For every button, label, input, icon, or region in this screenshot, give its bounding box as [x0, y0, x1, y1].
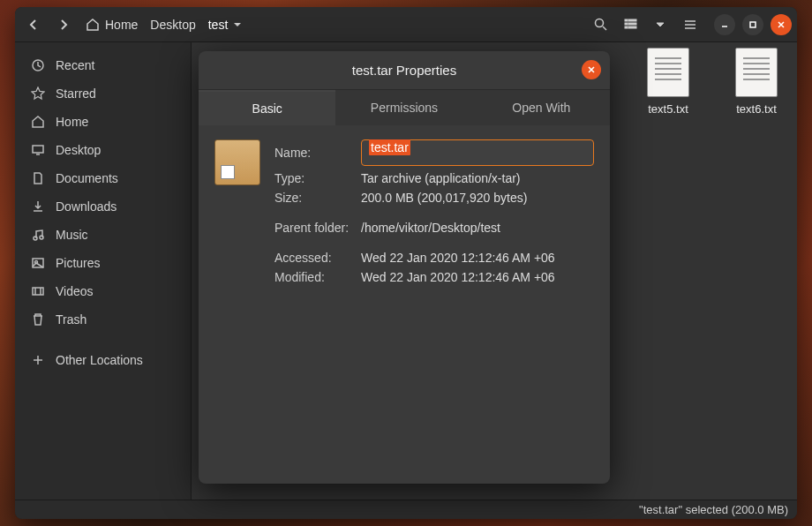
titlebar: Home Desktop test: [15, 7, 797, 42]
sidebar-item-label: Videos: [56, 284, 94, 298]
sidebar-item-label: Trash: [56, 312, 86, 327]
svg-point-10: [34, 237, 37, 240]
documents-icon: [31, 171, 45, 185]
size-value: 200.0 MB (200,017,920 bytes): [361, 191, 527, 205]
sidebar-item-label: Home: [56, 115, 88, 129]
svg-rect-4: [628, 23, 636, 25]
plus-icon: [31, 353, 45, 367]
star-icon: [31, 86, 45, 101]
chevron-down-icon: [233, 20, 242, 29]
sidebar-item-documents[interactable]: Documents: [15, 164, 191, 192]
breadcrumb-current[interactable]: test: [208, 18, 243, 32]
dialog-title: test.tar Properties: [352, 63, 456, 78]
sidebar-item-desktop[interactable]: Desktop: [15, 136, 191, 164]
view-list-button[interactable]: [617, 11, 643, 38]
view-dropdown-button[interactable]: [647, 11, 673, 38]
back-button[interactable]: [20, 11, 47, 38]
sidebar-item-videos[interactable]: Videos: [15, 277, 191, 305]
search-button[interactable]: [587, 11, 613, 38]
sidebar-item-label: Starred: [56, 86, 96, 101]
sidebar-item-downloads[interactable]: Downloads: [15, 192, 191, 221]
breadcrumb-desktop[interactable]: Desktop: [150, 18, 195, 32]
svg-point-0: [595, 19, 603, 27]
svg-rect-5: [625, 26, 628, 28]
tab-label: Basic: [252, 101, 282, 116]
type-label: Type:: [274, 171, 361, 185]
svg-rect-2: [628, 19, 636, 21]
svg-rect-6: [628, 26, 636, 28]
window-maximize-button[interactable]: [742, 14, 763, 35]
dialog-close-button[interactable]: [582, 60, 601, 79]
tab-basic[interactable]: Basic: [199, 90, 335, 125]
forward-button[interactable]: [50, 11, 77, 38]
sidebar-item-recent[interactable]: Recent: [15, 51, 191, 79]
sidebar-item-label: Desktop: [56, 143, 101, 157]
home-icon: [86, 18, 100, 32]
name-label: Name:: [274, 146, 361, 160]
accessed-label: Accessed:: [274, 251, 361, 265]
file-name: text5.txt: [633, 102, 703, 116]
hamburger-menu-button[interactable]: [677, 11, 703, 38]
sidebar-item-label: Downloads: [56, 199, 117, 214]
svg-point-11: [40, 236, 43, 239]
download-icon: [31, 199, 45, 214]
music-icon: [31, 228, 45, 242]
svg-rect-14: [33, 288, 43, 295]
file-name: text6.txt: [721, 102, 792, 116]
sidebar-item-label: Recent: [56, 58, 94, 72]
sidebar-item-label: Pictures: [56, 256, 101, 270]
svg-rect-7: [750, 22, 756, 27]
tab-label: Permissions: [371, 101, 438, 115]
breadcrumb-home[interactable]: Home: [86, 18, 138, 32]
file-item[interactable]: text5.txt: [633, 48, 703, 116]
desktop-icon: [31, 143, 45, 157]
properties-dialog: test.tar Properties Basic Permissions Op…: [199, 51, 610, 484]
parent-label: Parent folder:: [274, 221, 361, 235]
status-text: "test.tar" selected (200.0 MB): [639, 503, 788, 516]
video-icon: [31, 284, 45, 298]
archive-icon: [214, 139, 260, 185]
sidebar: Recent Starred Home Desktop Documents Do…: [15, 42, 192, 500]
size-label: Size:: [274, 191, 361, 205]
dialog-titlebar: test.tar Properties: [199, 51, 610, 90]
clock-icon: [31, 58, 45, 72]
svg-rect-3: [625, 23, 628, 25]
sidebar-item-home[interactable]: Home: [15, 108, 191, 136]
modified-value: Wed 22 Jan 2020 12:12:46 AM +06: [361, 270, 555, 284]
tab-open-with[interactable]: Open With: [473, 90, 610, 125]
trash-icon: [31, 312, 45, 327]
file-item[interactable]: text6.txt: [721, 48, 792, 116]
breadcrumb-label: test: [208, 18, 229, 32]
sidebar-item-starred[interactable]: Starred: [15, 79, 191, 108]
accessed-value: Wed 22 Jan 2020 12:12:46 AM +06: [361, 251, 555, 265]
sidebar-item-other-locations[interactable]: Other Locations: [15, 346, 191, 374]
pictures-icon: [31, 256, 45, 270]
tab-label: Open With: [512, 101, 570, 115]
sidebar-item-label: Other Locations: [56, 353, 143, 367]
svg-rect-9: [33, 146, 43, 153]
breadcrumb-label: Home: [105, 18, 138, 32]
home-icon: [31, 115, 45, 129]
name-input[interactable]: test.tar: [361, 139, 594, 166]
sidebar-item-trash[interactable]: Trash: [15, 305, 191, 334]
sidebar-item-pictures[interactable]: Pictures: [15, 249, 191, 277]
sidebar-item-label: Music: [56, 228, 88, 242]
text-file-icon: [647, 48, 689, 97]
breadcrumb: Home Desktop test: [86, 18, 242, 32]
window-close-button[interactable]: [771, 14, 792, 35]
svg-rect-1: [625, 19, 628, 21]
text-file-icon: [735, 48, 778, 97]
type-value: Tar archive (application/x-tar): [361, 171, 521, 185]
tab-permissions[interactable]: Permissions: [335, 90, 472, 125]
dialog-tabs: Basic Permissions Open With: [199, 90, 610, 125]
statusbar: "test.tar" selected (200.0 MB): [15, 500, 797, 519]
modified-label: Modified:: [274, 270, 361, 284]
parent-value: /home/viktor/Desktop/test: [361, 221, 500, 235]
sidebar-item-label: Documents: [56, 171, 118, 185]
window-minimize-button[interactable]: [714, 14, 735, 35]
sidebar-item-music[interactable]: Music: [15, 221, 191, 249]
name-value: test.tar: [369, 139, 410, 155]
